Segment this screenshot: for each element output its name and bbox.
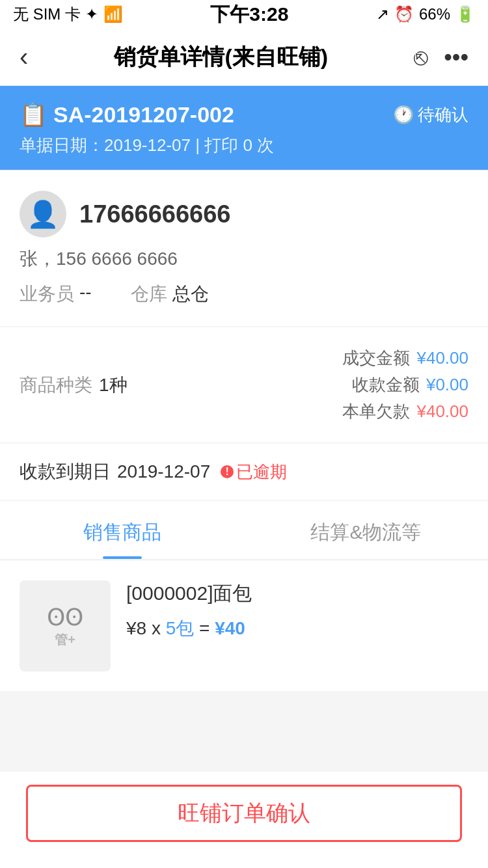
collected-amount: ¥0.00: [426, 375, 468, 395]
transaction-label: 成交金额: [342, 347, 410, 370]
bottom-bar: 旺铺订单确认: [0, 772, 488, 868]
customer-contact: 张，156 6666 6666: [20, 247, 468, 271]
more-icon[interactable]: •••: [444, 44, 468, 71]
tab-settlement-logistics[interactable]: 结算&物流等: [244, 501, 488, 559]
due-date-value: 2019-12-07: [117, 461, 210, 482]
order-icon: 📋: [20, 102, 47, 128]
confirm-order-button[interactable]: 旺铺订单确认: [26, 785, 462, 842]
order-status-text: 待确认: [418, 103, 468, 126]
order-header-top: 📋 SA-20191207-002 🕐 待确认: [20, 102, 468, 128]
customer-top: 👤 17666666666: [20, 191, 468, 237]
nav-bar: ‹ 销货单详情(来自旺铺) ⎋ •••: [0, 29, 488, 86]
nav-right-actions: ⎋ •••: [414, 44, 468, 71]
avatar-icon: 👤: [27, 199, 59, 230]
clock-icon: 🕐: [393, 105, 414, 125]
due-date-card: 收款到期日 2019-12-07 ! 已逾期: [0, 444, 488, 500]
order-header-card: 📋 SA-20191207-002 🕐 待确认 单据日期：2019-12-07 …: [0, 86, 488, 170]
tab-sales-products-label: 销售商品: [83, 521, 161, 543]
summary-card: 商品种类 1种 成交金额 ¥40.00 收款金额 ¥0.00 本单欠款 ¥40.…: [0, 327, 488, 442]
product-type-value: 1种: [99, 373, 128, 398]
no-sim-text: 无 SIM 卡 ✦: [13, 4, 98, 25]
salesperson-value: --: [79, 282, 92, 306]
product-info: [0000002]面包 ¥8 x 5包 = ¥40: [126, 580, 468, 671]
collected-label: 收款金额: [352, 373, 420, 396]
location-icon: ↗: [376, 5, 389, 23]
owed-item: 本单欠款 ¥40.00: [342, 400, 468, 423]
page-title: 销货单详情(来自旺铺): [114, 42, 328, 72]
status-time: 下午3:28: [210, 1, 288, 28]
warehouse-value: 总仓: [172, 282, 209, 306]
wifi-icon: 📶: [103, 5, 123, 23]
customer-card: 👤 17666666666 张，156 6666 6666 业务员 -- 仓库 …: [0, 171, 488, 326]
product-card: ʘʘ 管+ [0000002]面包 ¥8 x 5包 = ¥40: [0, 561, 488, 691]
overdue-badge: ! 已逾期: [221, 461, 287, 483]
product-type-label: 商品种类: [20, 373, 92, 398]
transaction-item: 成交金额 ¥40.00: [342, 347, 468, 370]
equals-text: =: [199, 618, 210, 638]
battery-text: 66%: [419, 5, 450, 23]
salesperson-label: 业务员: [20, 282, 74, 306]
product-name: [0000002]面包: [126, 580, 468, 607]
tab-sales-products[interactable]: 销售商品: [0, 501, 244, 559]
avatar: 👤: [20, 191, 66, 237]
warehouse-item: 仓库 总仓: [131, 282, 209, 306]
tabs-container: 销售商品 结算&物流等: [0, 501, 488, 560]
alarm-icon: ⏰: [394, 5, 414, 23]
collected-item: 收款金额 ¥0.00: [352, 373, 468, 396]
summary-right: 成交金额 ¥40.00 收款金额 ¥0.00 本单欠款 ¥40.00: [342, 347, 468, 423]
order-id: 📋 SA-20191207-002: [20, 102, 234, 128]
owed-amount: ¥40.00: [416, 401, 468, 422]
share-icon[interactable]: ⎋: [414, 44, 428, 71]
order-date: 单据日期：2019-12-07 | 打印 0 次: [20, 134, 468, 157]
tab-settlement-logistics-label: 结算&物流等: [310, 521, 421, 543]
product-image: ʘʘ 管+: [20, 580, 111, 671]
product-price: ¥8 x 5包 = ¥40: [126, 616, 468, 641]
overdue-text: 已逾期: [236, 461, 287, 483]
back-button[interactable]: ‹: [20, 42, 28, 72]
order-status: 🕐 待确认: [393, 103, 468, 126]
product-qty: 5包: [166, 618, 195, 638]
customer-phone: 17666666666: [79, 200, 230, 228]
customer-meta: 业务员 -- 仓库 总仓: [20, 282, 468, 306]
product-brand-text: 管+: [55, 631, 75, 649]
price-text: ¥8 x: [126, 618, 161, 638]
transaction-amount: ¥40.00: [416, 348, 468, 368]
summary-row: 商品种类 1种 成交金额 ¥40.00 收款金额 ¥0.00 本单欠款 ¥40.…: [20, 347, 468, 423]
product-thumbnail: ʘʘ 管+: [33, 600, 98, 652]
status-left: 无 SIM 卡 ✦ 📶: [13, 4, 123, 25]
order-id-text: SA-20191207-002: [53, 102, 234, 128]
summary-left: 商品种类 1种: [20, 373, 128, 398]
salesperson-item: 业务员 --: [20, 282, 92, 306]
product-logo-icon: ʘʘ: [47, 604, 83, 631]
status-right: ↗ ⏰ 66% 🔋: [376, 5, 475, 23]
owed-label: 本单欠款: [342, 400, 410, 423]
status-bar: 无 SIM 卡 ✦ 📶 下午3:28 ↗ ⏰ 66% 🔋: [0, 0, 488, 29]
battery-icon: 🔋: [455, 5, 475, 23]
product-total: ¥40: [215, 618, 245, 638]
due-date-label: 收款到期日: [20, 459, 111, 484]
warehouse-label: 仓库: [131, 282, 167, 306]
overdue-dot-icon: !: [221, 465, 234, 478]
